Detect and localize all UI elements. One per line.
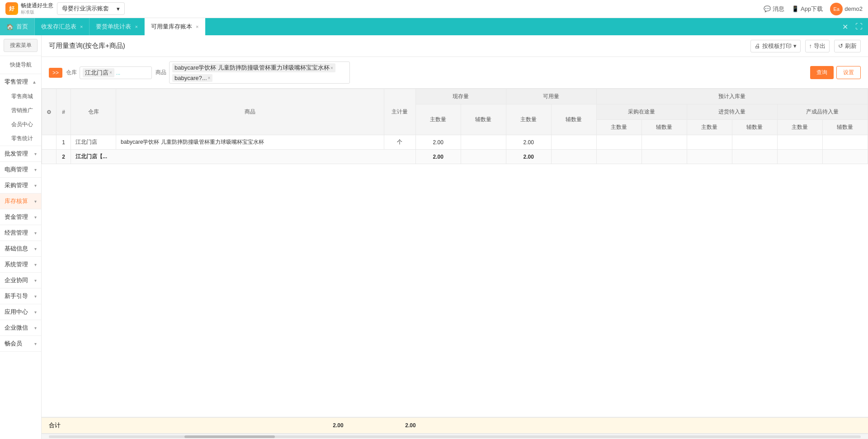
subtotal-purchase-main <box>596 150 642 164</box>
print-icon: 🖨 <box>755 42 760 49</box>
expand-window-btn[interactable]: ⛶ <box>854 21 864 33</box>
logo-text: 畅捷通好生意 <box>21 2 53 9</box>
main-layout: 搜索菜单 快捷导航 零售管理 ▲ 零售商城 营销推广 会员中心 零售统计 批发管… <box>0 35 868 439</box>
sidebar-section-purchase-title[interactable]: 采购管理 ▾ <box>0 178 41 193</box>
subtotal-incoming-main <box>687 150 732 164</box>
th-forecast-group: 预计入库量 <box>596 89 868 104</box>
product-tag-close-1[interactable]: × <box>330 66 333 71</box>
message-icon: 💬 <box>764 5 771 12</box>
sidebar-section-inventory-title[interactable]: 库存核算 ▾ <box>0 194 41 209</box>
subtotal-warehouse: 江北门店【... <box>71 150 416 164</box>
total-stock-main: 2.00 <box>320 422 356 429</box>
td-stock-main: 2.00 <box>415 135 461 150</box>
th-product: 商品 <box>116 89 384 135</box>
page-actions: 🖨 按模板打印 ▾ ↑ 导出 ↺ 刷新 <box>750 40 861 52</box>
setting-btn[interactable]: 设置 <box>836 66 861 79</box>
scroll-track[interactable] <box>49 435 861 438</box>
td-purchase-main <box>596 135 642 150</box>
sidebar-section-newcomer-title[interactable]: 新手引导 ▾ <box>0 288 41 304</box>
sidebar-section-wechat: 企业微信 ▾ <box>0 320 41 336</box>
sidebar-section-vip-title[interactable]: 畅会员 ▾ <box>0 336 41 351</box>
sidebar-quick-nav: 快捷导航 <box>0 56 41 74</box>
nav-tab-end: ✕ ⛶ <box>840 21 868 33</box>
chevron-down-icon6: ▾ <box>34 231 37 236</box>
table-row: 1 江北门店 babycare学饮杯 儿童防摔防撞吸管杯重力球吸嘴杯宝宝水杯 个… <box>42 135 868 150</box>
sidebar-section-app-title[interactable]: 应用中心 ▾ <box>0 304 41 320</box>
sidebar-section-finance: 资金管理 ▾ <box>0 209 41 225</box>
sidebar-section-retail: 零售管理 ▲ 零售商城 营销推广 会员中心 零售统计 <box>0 74 41 146</box>
product-label: 商品 <box>156 69 166 76</box>
warehouse-input[interactable]: 江北门店 × ... <box>80 66 152 79</box>
product-input[interactable]: babycare学饮杯 儿童防摔防撞吸管杯重力球吸嘴杯宝宝水杯 × babyca… <box>169 61 350 84</box>
refresh-btn[interactable]: ↺ 刷新 <box>834 40 861 52</box>
user-action[interactable]: Ea demo2 <box>830 3 863 15</box>
sidebar-section-basic-title[interactable]: 基础信息 ▾ <box>0 241 41 256</box>
sidebar-item-retail-shop[interactable]: 零售商城 <box>0 90 41 104</box>
sidebar-item-members[interactable]: 会员中心 <box>0 118 41 132</box>
top-bar-left: 好 畅捷通好生意 标准版 母婴行业演示账套 ▾ <box>5 2 125 15</box>
sidebar-section-ecommerce-title[interactable]: 电商管理 ▾ <box>0 162 41 177</box>
th-unit: 主计量 <box>384 89 415 135</box>
sidebar-section-inventory: 库存核算 ▾ <box>0 194 41 209</box>
page-title: 可用量查询(按仓库+商品) <box>49 42 125 50</box>
sidebar-section-ecommerce: 电商管理 ▾ <box>0 162 41 178</box>
subtotal-incoming-aux <box>732 150 777 164</box>
chevron-down-icon12: ▾ <box>34 326 37 330</box>
th-available-aux: 辅数量 <box>551 104 596 135</box>
query-btn[interactable]: 查询 <box>810 66 834 79</box>
nav-tabs: 🏠 首页 收发存汇总表 × 要货单统计表 × 可用量库存账本 × ✕ ⛶ <box>0 18 868 35</box>
warehouse-more[interactable]: ... <box>116 70 120 76</box>
print-template-btn[interactable]: 🖨 按模板打印 ▾ <box>750 40 801 52</box>
sidebar-section-wholesale: 批发管理 ▾ <box>0 146 41 162</box>
data-table: ⚙ # 仓库 商品 主计量 现存量 可用量 预计入库量 主数量 辅数量 主数量 … <box>42 89 868 164</box>
chevron-down-icon-print: ▾ <box>793 42 797 49</box>
warehouse-tag-close[interactable]: × <box>109 70 112 75</box>
industry-selector[interactable]: 母婴行业演示账套 ▾ <box>57 2 125 15</box>
sidebar-search-area: 搜索菜单 <box>0 35 41 56</box>
sidebar-section-system-title[interactable]: 系统管理 ▾ <box>0 257 41 272</box>
td-stock-aux <box>461 135 506 150</box>
table-wrapper: ⚙ # 仓库 商品 主计量 现存量 可用量 预计入库量 主数量 辅数量 主数量 … <box>42 89 868 417</box>
th-incoming-aux: 辅数量 <box>732 120 777 135</box>
sidebar-item-retail-stats[interactable]: 零售统计 <box>0 132 41 146</box>
total-label: 合计 <box>49 421 320 430</box>
sidebar-section-finance-title[interactable]: 资金管理 ▾ <box>0 209 41 225</box>
tab-close-order[interactable]: × <box>135 24 137 29</box>
chevron-down-icon11: ▾ <box>34 310 37 315</box>
th-production-main: 主数量 <box>777 120 822 135</box>
sidebar-section-enterprise: 企业协同 ▾ <box>0 273 41 288</box>
sidebar-section-ops-title[interactable]: 经营管理 ▾ <box>0 225 41 241</box>
logo-icon: 好 <box>5 2 18 15</box>
filter-expand-btn[interactable]: >> <box>49 68 62 78</box>
quick-nav-item[interactable]: 快捷导航 <box>0 58 41 72</box>
sidebar-section-enterprise-title[interactable]: 企业协同 ▾ <box>0 273 41 288</box>
td-gear[interactable] <box>42 135 57 150</box>
th-gear[interactable]: ⚙ <box>42 89 57 135</box>
th-purchase-group: 采购在途量 <box>596 104 687 120</box>
td-warehouse: 江北门店 <box>71 135 116 150</box>
th-index: # <box>57 89 71 135</box>
chevron-down-icon: ▾ <box>34 151 37 156</box>
tab-receive-send[interactable]: 收发存汇总表 × <box>35 18 90 35</box>
sidebar-item-marketing[interactable]: 营销推广 <box>0 104 41 118</box>
subtotal-index: 2 <box>57 150 71 164</box>
scroll-thumb[interactable] <box>184 435 275 438</box>
sidebar-section-system: 系统管理 ▾ <box>0 257 41 273</box>
sidebar-section-wechat-title[interactable]: 企业微信 ▾ <box>0 320 41 335</box>
filter-right: 查询 设置 <box>810 66 861 79</box>
product-tag-close-2[interactable]: × <box>208 76 211 80</box>
tab-available-stock[interactable]: 可用量库存账本 × <box>145 18 205 35</box>
page-header: 可用量查询(按仓库+商品) 🖨 按模板打印 ▾ ↑ 导出 ↺ 刷新 <box>42 35 868 57</box>
tab-order-stats[interactable]: 要货单统计表 × <box>90 18 144 35</box>
search-menu-btn[interactable]: 搜索菜单 <box>4 39 38 52</box>
sidebar-section-retail-title[interactable]: 零售管理 ▲ <box>0 74 41 90</box>
message-action[interactable]: 💬 消息 <box>764 5 784 13</box>
export-btn[interactable]: ↑ 导出 <box>805 40 830 52</box>
app-download-action[interactable]: 📱 App下载 <box>792 5 823 13</box>
th-purchase-aux: 辅数量 <box>642 120 687 135</box>
tab-close-available[interactable]: × <box>196 24 198 29</box>
tab-home[interactable]: 🏠 首页 <box>0 18 35 35</box>
tab-close-receive[interactable]: × <box>80 24 83 29</box>
sidebar-section-wholesale-title[interactable]: 批发管理 ▾ <box>0 146 41 161</box>
close-window-btn[interactable]: ✕ <box>840 21 850 33</box>
